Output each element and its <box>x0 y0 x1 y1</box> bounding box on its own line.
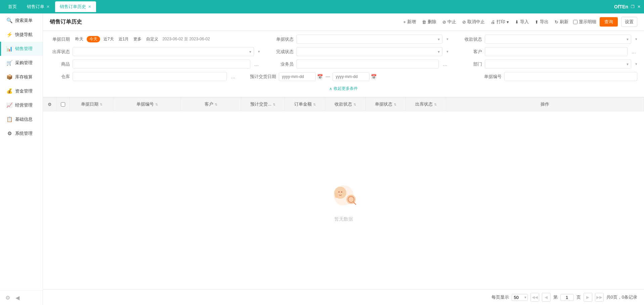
calendar-to-icon[interactable]: 📅 <box>371 74 377 79</box>
page-word: 第 <box>553 294 558 300</box>
settings-button[interactable]: 设置 <box>621 17 637 27</box>
page-input[interactable] <box>560 294 574 301</box>
th-payment-status[interactable]: 收款状态 ⇅ <box>325 98 366 111</box>
customer-dots-button[interactable]: ... <box>630 49 637 55</box>
doc-status-select-wrapper <box>296 35 443 44</box>
sidebar-bottom: ⚙ ◀ <box>0 290 43 305</box>
date-btn-last7[interactable]: 近7天 <box>102 36 115 42</box>
warehouse-dots-button[interactable]: ... <box>229 74 237 80</box>
doc-status-select[interactable] <box>296 35 443 44</box>
new-button[interactable]: + 新增 <box>402 18 417 26</box>
delete-button[interactable]: 🗑 删除 <box>421 18 438 26</box>
sidebar-collapse-icon[interactable]: ◀ <box>15 295 19 301</box>
tab-sales-order[interactable]: 销售订单 ✕ <box>22 1 54 12</box>
date-btn-yesterday[interactable]: 昨天 <box>74 36 85 42</box>
export-button[interactable]: ⬆ 导出 <box>533 18 550 26</box>
th-delivery-date[interactable]: 预计交货... ⇅ <box>241 98 285 111</box>
filter-doc-status: 单据状态 ▾ <box>273 35 449 44</box>
tab-sales-order-history-close[interactable]: ✕ <box>88 4 91 9</box>
salesperson-input[interactable] <box>296 60 439 69</box>
th-out-status-label: 出库状态 <box>415 101 433 107</box>
first-page-button[interactable]: ◀◀ <box>530 293 539 302</box>
th-checkbox[interactable] <box>56 98 70 111</box>
filter-delivery-date: 预计交货日期 📅 — 📅 <box>250 72 468 81</box>
department-select[interactable] <box>485 60 631 69</box>
select-all-checkbox[interactable] <box>61 102 65 107</box>
query-label: 查询 <box>604 19 613 25</box>
close-button[interactable]: ✕ <box>637 4 641 9</box>
print-button[interactable]: 🖨 打印 ▾ <box>489 18 510 26</box>
product-label: 商品 <box>50 61 70 67</box>
sidebar-item-basic-info[interactable]: 📋 基础信息 <box>0 112 43 126</box>
sort-amount-icon: ⇅ <box>313 103 316 106</box>
salesperson-dots-button[interactable]: ... <box>441 61 448 67</box>
top-bar: 首页 销售订单 ✕ 销售订单历史 ✕ OfTEn ❐ ✕ <box>0 0 644 13</box>
next-page-button[interactable]: ▶ <box>584 293 592 302</box>
last-page-button[interactable]: ▶▶ <box>595 293 604 302</box>
tab-sales-order-history[interactable]: 销售订单历史 ✕ <box>55 1 96 12</box>
print-icon: 🖨 <box>491 20 495 25</box>
pagination-summary: 共0页，0条记录 <box>606 294 637 300</box>
tab-home[interactable]: 首页 <box>3 1 22 12</box>
refresh-button[interactable]: ↻ 刷新 <box>553 18 570 26</box>
per-page-select[interactable]: 10 20 50 100 <box>512 294 528 301</box>
sidebar-item-system[interactable]: ⚙ 系统管理 <box>0 126 43 141</box>
sidebar: 🔍 搜索菜单 ⚡ 快捷导航 📊 销售管理 🛒 采购管理 📦 库存核算 💰 资金管… <box>0 13 43 305</box>
date-btn-more[interactable]: 更多 <box>132 36 143 42</box>
sidebar-item-operations[interactable]: 📈 经营管理 <box>0 98 43 112</box>
th-amount[interactable]: 订单金额 ⇅ <box>285 98 325 111</box>
th-settings[interactable]: ⚙ <box>43 98 56 111</box>
date-btn-today[interactable]: 今天 <box>87 36 100 42</box>
sidebar-item-inventory[interactable]: 📦 库存核算 <box>0 70 43 84</box>
sidebar-item-sales-mgmt[interactable]: 📊 销售管理 <box>0 42 43 56</box>
out-status-select[interactable] <box>73 47 254 56</box>
date-btn-last-month[interactable]: 近1月 <box>117 36 130 42</box>
display-detail-input[interactable] <box>573 20 577 24</box>
import-icon: ⬇ <box>515 20 519 25</box>
delivery-date-to[interactable] <box>333 72 370 81</box>
stop-button[interactable]: ⊘ 中止 <box>441 18 458 26</box>
display-detail-checkbox[interactable]: 显示明细 <box>573 19 596 25</box>
completion-status-select[interactable] <box>296 47 443 56</box>
sidebar-item-finance[interactable]: 💰 资金管理 <box>0 84 43 98</box>
date-btn-custom[interactable]: 自定义 <box>145 36 160 42</box>
th-operation: 操作 <box>446 98 644 111</box>
customer-input[interactable] <box>485 47 627 56</box>
sidebar-purchase-label: 采购管理 <box>15 60 33 66</box>
th-doc-status[interactable]: 单据状态 ⇅ <box>366 98 406 111</box>
th-doc-no[interactable]: 单据编号 ⇅ <box>114 98 181 111</box>
prev-page-button[interactable]: ◀ <box>542 293 551 302</box>
filter-area: 单据日期 昨天 今天 近7天 近1月 更多 自定义 2023-06-02 至 2… <box>43 31 644 97</box>
export-label: 导出 <box>540 19 549 25</box>
payment-status-chevron: ▾ <box>635 37 637 41</box>
cancel-stop-button[interactable]: ⊘ 取消中止 <box>461 18 486 26</box>
sidebar-item-search-menu[interactable]: 🔍 搜索菜单 <box>0 13 43 28</box>
th-customer[interactable]: 客户 ⇅ <box>181 98 241 111</box>
sidebar-item-quick-nav[interactable]: ⚡ 快捷导航 <box>0 28 43 42</box>
query-button[interactable]: 查询 <box>600 17 618 27</box>
th-payment-status-label: 收款状态 <box>335 101 352 107</box>
sidebar-item-purchase-mgmt[interactable]: 🛒 采购管理 <box>0 56 43 70</box>
filter-warehouse: 仓库 ... <box>50 72 237 81</box>
delivery-date-from[interactable] <box>279 72 316 81</box>
sidebar-settings-icon[interactable]: ⚙ <box>5 295 10 301</box>
th-out-status[interactable]: 出库状态 ⇅ <box>406 98 446 111</box>
payment-status-select[interactable] <box>485 35 631 44</box>
calendar-from-icon[interactable]: 📅 <box>317 74 323 79</box>
doc-no-input[interactable] <box>504 72 637 81</box>
import-button[interactable]: ⬇ 导入 <box>514 18 530 26</box>
product-dots-button[interactable]: ... <box>253 61 260 67</box>
product-input[interactable] <box>73 60 250 69</box>
collapse-button[interactable]: ∧ 收起更多条件 <box>50 84 637 93</box>
empty-state: 暂无数据 <box>43 111 644 289</box>
sidebar-operations-label: 经营管理 <box>15 102 33 108</box>
th-doc-date-label: 单据日期 <box>81 101 98 107</box>
collapse-label: 收起更多条件 <box>334 86 358 91</box>
warehouse-input[interactable] <box>73 72 227 81</box>
restore-button[interactable]: ❐ <box>631 4 635 9</box>
import-label: 导入 <box>520 19 529 25</box>
new-label: 新增 <box>407 19 416 25</box>
finance-icon: 💰 <box>6 88 12 94</box>
th-doc-date[interactable]: 单据日期 ⇅ <box>70 98 114 111</box>
tab-sales-order-close[interactable]: ✕ <box>46 4 50 9</box>
